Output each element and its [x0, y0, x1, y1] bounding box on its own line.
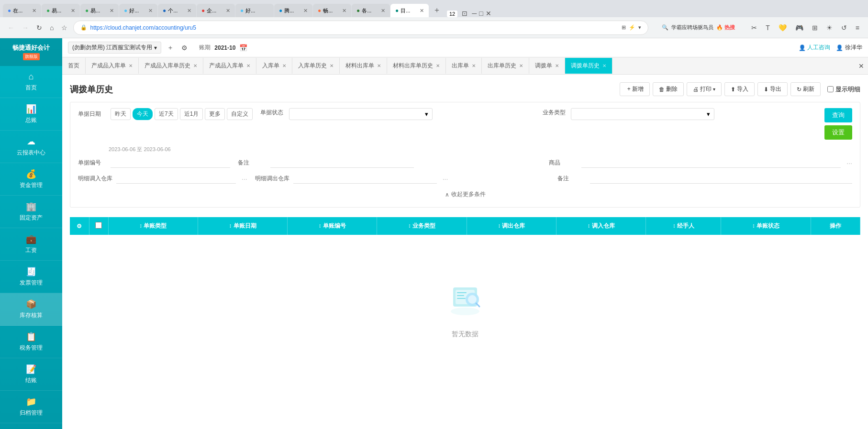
browser-tab-5[interactable]: ● 个... ✕	[158, 4, 196, 17]
th-doc-type[interactable]: ↕ 单账类型	[108, 217, 198, 235]
sidebar-item-invoice[interactable]: 🧾 发票管理	[0, 261, 62, 293]
reload-button[interactable]: ↻	[34, 22, 44, 33]
tab-close-out[interactable]: ✕	[472, 63, 476, 68]
tab-close-product-in2[interactable]: ✕	[246, 63, 250, 68]
refresh-button[interactable]: ↻ 刷新	[790, 82, 821, 96]
browser-tab-3[interactable]: ● 易... ✕	[80, 4, 119, 17]
new-tab-button[interactable]: ＋	[429, 3, 445, 17]
import-button[interactable]: ⬆ 导入	[724, 82, 755, 96]
week-btn[interactable]: 近7天	[155, 108, 178, 120]
th-doc-status[interactable]: ↕ 单账状态	[721, 217, 811, 235]
sidebar-item-settings[interactable]: ⚙ 基础设置	[0, 423, 62, 429]
delete-button[interactable]: 🗑 删除	[653, 82, 684, 96]
game-tool[interactable]: 🎮	[792, 22, 806, 33]
more-btn[interactable]: 更多	[205, 108, 225, 120]
sidebar-item-inventory[interactable]: 📦 库存核算	[0, 293, 62, 326]
tab-close-product-in-hist[interactable]: ✕	[193, 63, 197, 68]
page-tab-transfer[interactable]: 调拨单 ✕	[529, 58, 565, 74]
sidebar-item-archive[interactable]: 📁 归档管理	[0, 391, 62, 423]
goods-input[interactable]	[581, 158, 841, 168]
select-all-checkbox[interactable]	[95, 222, 102, 229]
forward-button[interactable]: →	[20, 22, 31, 33]
detail-out-more[interactable]: ···	[443, 175, 448, 183]
tab-close-product-in[interactable]: ✕	[129, 63, 133, 68]
maximize-button[interactable]: □	[479, 10, 483, 17]
page-tab-product-in-hist[interactable]: 产成品入库单历史 ✕	[139, 58, 203, 74]
back-button[interactable]: ←	[6, 22, 16, 33]
sidebar-item-home[interactable]: ⌂ 首页	[0, 66, 62, 98]
scissors-tool[interactable]: ✂	[748, 22, 760, 33]
wallet-tool[interactable]: 💛	[776, 22, 790, 33]
detail-remark-input[interactable]	[590, 174, 852, 184]
query-button[interactable]: 查询	[824, 108, 852, 122]
company-settings-button[interactable]: ⚙	[179, 42, 189, 54]
browser-tab-6[interactable]: ● 企... ✕	[197, 4, 235, 17]
remark-input[interactable]	[270, 158, 414, 168]
browser-tab-2[interactable]: ● 易... ✕	[42, 4, 80, 17]
tab-close-in-hist[interactable]: ✕	[330, 63, 334, 68]
sidebar-item-tax[interactable]: 📋 税务管理	[0, 326, 62, 358]
th-checkbox[interactable]	[89, 217, 108, 235]
detail-in-input[interactable]	[116, 174, 236, 184]
sidebar-item-ledger[interactable]: 📊 总账	[0, 98, 62, 131]
page-tab-out-hist[interactable]: 出库单历史 ✕	[482, 58, 529, 74]
th-settings[interactable]: ⚙	[70, 217, 89, 235]
page-tab-product-in[interactable]: 产成品入库单 ✕	[86, 58, 139, 74]
tab-menu-button[interactable]: ⊡	[462, 10, 467, 17]
sidebar-item-reports[interactable]: ☁ 云报表中心	[0, 131, 62, 163]
th-handler[interactable]: ↕ 经手人	[646, 217, 721, 235]
extensions-button[interactable]: ⊞	[622, 24, 626, 31]
detail-out-input[interactable]	[293, 174, 437, 184]
browser-tab-10[interactable]: ● 各... ✕	[352, 4, 390, 17]
new-button[interactable]: + 新增	[620, 82, 650, 96]
tab-close-in[interactable]: ✕	[282, 63, 286, 68]
sidebar-item-funds[interactable]: 💰 资金管理	[0, 163, 62, 196]
tab-close-transfer[interactable]: ✕	[555, 63, 559, 68]
th-biz-type[interactable]: ↕ 业务类型	[377, 217, 467, 235]
today-btn[interactable]: 今天	[133, 108, 153, 120]
doc-no-input[interactable]	[111, 158, 230, 168]
history-tool[interactable]: ↺	[838, 22, 850, 33]
custom-btn[interactable]: 自定义	[227, 108, 253, 120]
sidebar-item-settle[interactable]: 📝 结账	[0, 358, 62, 391]
close-all-tabs-button[interactable]: ✕	[858, 62, 864, 70]
menu-tool[interactable]: ≡	[853, 22, 862, 33]
theme-tool[interactable]: ☀	[823, 22, 835, 33]
month-btn[interactable]: 近1月	[180, 108, 203, 120]
tab-close-mat-out-hist[interactable]: ✕	[436, 63, 440, 68]
page-tab-product-in2[interactable]: 产成品入库单 ✕	[203, 58, 256, 74]
browser-tab-4[interactable]: ● 好... ✕	[119, 4, 157, 17]
browser-search-box[interactable]: 🔍 学霸应聘场驱鸟员 🔥 热搜	[656, 22, 741, 33]
detail-in-more[interactable]: ···	[242, 175, 247, 183]
tab-close-mat-out[interactable]: ✕	[377, 63, 381, 68]
sidebar-item-assets[interactable]: 🏢 固定资产	[0, 196, 62, 228]
page-tab-mat-out[interactable]: 材料出库单 ✕	[340, 58, 387, 74]
page-tab-in[interactable]: 入库单 ✕	[256, 58, 292, 74]
th-doc-no[interactable]: ↕ 单账编号	[288, 217, 377, 235]
page-tab-mat-out-hist[interactable]: 材料出库单历史 ✕	[387, 58, 446, 74]
sidebar-item-salary[interactable]: 💼 工资	[0, 228, 62, 261]
minimize-button[interactable]: ─	[472, 10, 477, 17]
translate-tool[interactable]: T	[763, 22, 773, 33]
browser-tab-11[interactable]: ● 目... ✕	[390, 4, 429, 17]
th-out-warehouse[interactable]: ↕ 调出仓库	[467, 217, 556, 235]
url-dropdown-button[interactable]: ▾	[638, 24, 641, 31]
bookmark-button[interactable]: ☆	[59, 22, 69, 33]
page-tab-transfer-hist[interactable]: 调拨单历史 ✕	[565, 58, 612, 74]
close-button[interactable]: ✕	[486, 10, 491, 17]
collapse-button[interactable]: ∧ 收起更多条件	[442, 187, 489, 201]
help-button[interactable]: 👤 人工咨询	[799, 44, 830, 52]
calendar-icon[interactable]: 📅	[239, 44, 247, 52]
browser-tab-1[interactable]: ● 在... ✕	[3, 4, 41, 17]
home-button[interactable]: ⌂	[48, 22, 56, 33]
company-selector[interactable]: (勿删勿禁用) 江西服宝测试专用 ▾	[68, 42, 161, 54]
tab-close-transfer-hist[interactable]: ✕	[602, 63, 606, 68]
url-input[interactable]: 🔒 https://cloud.chanjet.com/accounting/u…	[73, 21, 648, 35]
browser-tab-8[interactable]: ● 腾... ✕	[274, 4, 312, 17]
table-settings-icon[interactable]: ⚙	[77, 223, 82, 230]
page-tab-out[interactable]: 出库单 ✕	[446, 58, 482, 74]
th-in-warehouse[interactable]: ↕ 调入仓库	[556, 217, 645, 235]
print-button[interactable]: 🖨 打印 ▾	[687, 82, 722, 96]
export-button[interactable]: ⬇ 导出	[757, 82, 788, 96]
browser-tab-7[interactable]: ● 好... ✕	[235, 4, 274, 17]
